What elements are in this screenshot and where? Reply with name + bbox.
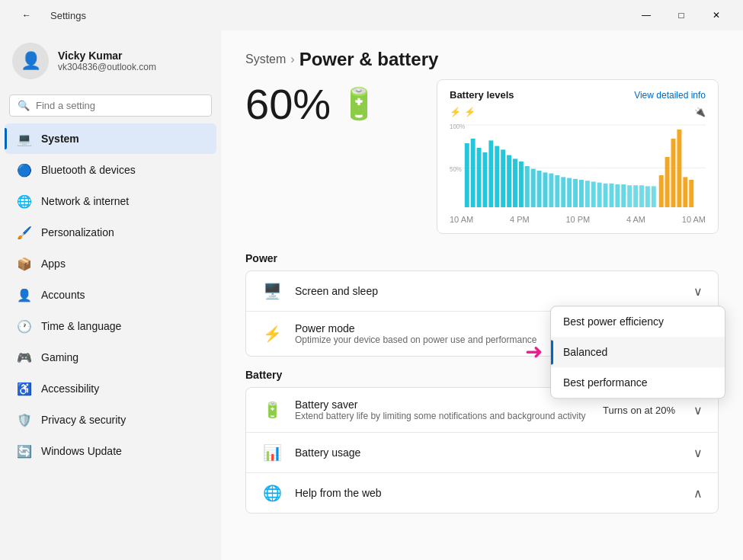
svg-rect-39	[677, 130, 681, 207]
battery-chart: 100% 50%	[450, 120, 706, 212]
breadcrumb: System › Power & battery	[245, 49, 719, 70]
power-mode-row[interactable]: ⚡ Power mode Optimize your device based …	[246, 312, 718, 356]
avatar: 👤	[12, 43, 49, 79]
power-card: 🖥️ Screen and sleep ∨ ⚡ Power mode Optim…	[245, 270, 719, 357]
svg-rect-4	[465, 143, 469, 207]
svg-rect-5	[471, 139, 476, 207]
nav-label-gaming: Gaming	[41, 351, 78, 363]
chart-title: Battery levels	[450, 89, 514, 101]
battery-usage-icon: 📊	[261, 443, 283, 462]
nav-icon-bluetooth: 🔵	[17, 162, 32, 178]
search-input[interactable]	[36, 100, 203, 111]
nav-icon-network: 🌐	[17, 194, 32, 209]
sidebar-item-gaming[interactable]: 🎮 Gaming	[5, 342, 216, 373]
nav-label-time: Time & language	[41, 320, 121, 332]
svg-rect-30	[621, 184, 626, 207]
svg-rect-29	[615, 184, 620, 207]
svg-rect-41	[689, 180, 693, 207]
sidebar-item-personalization[interactable]: 🖌️ Personalization	[5, 217, 216, 248]
user-profile[interactable]: 👤 Vicky Kumar vk304836@outlook.com	[0, 30, 221, 91]
chart-header: Battery levels View detailed info	[450, 89, 706, 101]
dropdown-balanced[interactable]: Balanced	[551, 337, 725, 367]
svg-rect-22	[573, 179, 578, 207]
svg-rect-37	[665, 157, 670, 207]
help-web-chevron: ∧	[693, 486, 703, 501]
breadcrumb-separator: ›	[290, 53, 294, 66]
svg-rect-12	[513, 158, 517, 207]
back-button[interactable]: ←	[9, 3, 44, 27]
content-area: System › Power & battery 60% 🔋 Battery l…	[221, 30, 743, 560]
time-label-4: 10 AM	[682, 215, 706, 224]
svg-rect-24	[585, 181, 590, 207]
sidebar-item-privacy[interactable]: 🛡️ Privacy & security	[5, 405, 216, 435]
nav-icon-update: 🔄	[17, 443, 32, 459]
nav-label-accessibility: Accessibility	[41, 382, 99, 395]
svg-rect-34	[645, 186, 650, 207]
help-web-row[interactable]: 🌐 Help from the web ∧	[246, 473, 718, 513]
battery-usage-row[interactable]: 📊 Battery usage ∨	[246, 433, 718, 472]
nav-label-privacy: Privacy & security	[41, 414, 126, 426]
minimize-button[interactable]: —	[629, 3, 664, 27]
sidebar-item-apps[interactable]: 📦 Apps	[5, 248, 216, 279]
svg-rect-27	[604, 184, 608, 207]
screen-sleep-row[interactable]: 🖥️ Screen and sleep ∨	[246, 271, 718, 311]
title-bar-controls: — □ ✕	[629, 3, 734, 27]
time-label-0: 10 AM	[450, 215, 473, 224]
maximize-button[interactable]: □	[664, 3, 699, 27]
battery-saver-value: Turns on at 20%	[603, 405, 675, 416]
nav-label-update: Windows Update	[41, 445, 122, 457]
user-info: Vicky Kumar vk304836@outlook.com	[58, 50, 156, 72]
nav-icon-accounts: 👤	[17, 287, 32, 302]
svg-rect-21	[567, 178, 572, 207]
svg-rect-19	[555, 175, 559, 207]
svg-rect-38	[671, 139, 676, 207]
battery-chart-container: Battery levels View detailed info ⚡ ⚡ 🔌 …	[437, 79, 719, 234]
time-label-2: 10 PM	[565, 215, 590, 224]
battery-saver-icon: 🔋	[261, 401, 283, 419]
view-detailed-info-link[interactable]: View detailed info	[634, 90, 706, 101]
svg-rect-17	[543, 172, 548, 207]
help-web-text: Help from the web	[295, 487, 681, 499]
battery-card: 🔋 Battery saver Extend battery life by l…	[245, 387, 719, 514]
dropdown-best-efficiency[interactable]: Best power efficiency	[551, 306, 725, 337]
svg-rect-13	[519, 162, 524, 207]
sidebar-item-network[interactable]: 🌐 Network & internet	[5, 186, 216, 216]
svg-rect-16	[537, 171, 542, 207]
time-label-3: 4 AM	[626, 215, 645, 224]
page-title: Power & battery	[299, 49, 439, 70]
user-email: vk304836@outlook.com	[58, 62, 156, 72]
battery-usage-text: Battery usage	[295, 446, 681, 459]
nav-label-bluetooth: Bluetooth & devices	[41, 164, 136, 176]
svg-rect-35	[652, 186, 656, 207]
battery-icon: 🔋	[340, 86, 378, 122]
nav-label-system: System	[41, 133, 79, 145]
svg-rect-15	[531, 169, 536, 207]
sidebar-item-time[interactable]: 🕐 Time & language	[5, 311, 216, 341]
sidebar-item-update[interactable]: 🔄 Windows Update	[5, 436, 216, 466]
nav-label-apps: Apps	[41, 258, 66, 270]
title-bar: ← Settings — □ ✕	[0, 0, 743, 30]
sidebar-item-accessibility[interactable]: ♿ Accessibility	[5, 373, 216, 404]
power-section-label: Power	[245, 252, 719, 264]
battery-saver-chevron: ∨	[693, 403, 703, 418]
svg-rect-7	[482, 152, 487, 207]
sidebar-item-system[interactable]: 💻 System	[5, 123, 216, 154]
svg-rect-31	[627, 185, 632, 207]
power-mode-dropdown[interactable]: Best power efficiency Balanced Best perf…	[550, 306, 725, 398]
battery-header: 60% 🔋 Battery levels View detailed info …	[245, 79, 719, 234]
main-layout: 👤 Vicky Kumar vk304836@outlook.com 🔍 💻 S…	[0, 30, 743, 560]
battery-percentage: 60% 🔋	[245, 79, 378, 129]
user-name: Vicky Kumar	[58, 50, 156, 62]
search-box[interactable]: 🔍	[9, 94, 212, 117]
breadcrumb-parent: System	[245, 53, 286, 66]
sidebar-item-bluetooth[interactable]: 🔵 Bluetooth & devices	[5, 155, 216, 185]
dropdown-best-performance[interactable]: Best performance	[551, 367, 725, 398]
help-web-icon: 🌐	[261, 484, 283, 502]
sidebar-item-accounts[interactable]: 👤 Accounts	[5, 280, 216, 310]
screen-sleep-icon: 🖥️	[261, 282, 283, 300]
close-button[interactable]: ✕	[699, 3, 734, 27]
battery-usage-chevron: ∨	[693, 446, 703, 460]
battery-saver-subtitle: Extend battery life by limiting some not…	[295, 411, 591, 421]
time-label-1: 4 PM	[510, 215, 530, 224]
svg-rect-28	[610, 184, 614, 207]
